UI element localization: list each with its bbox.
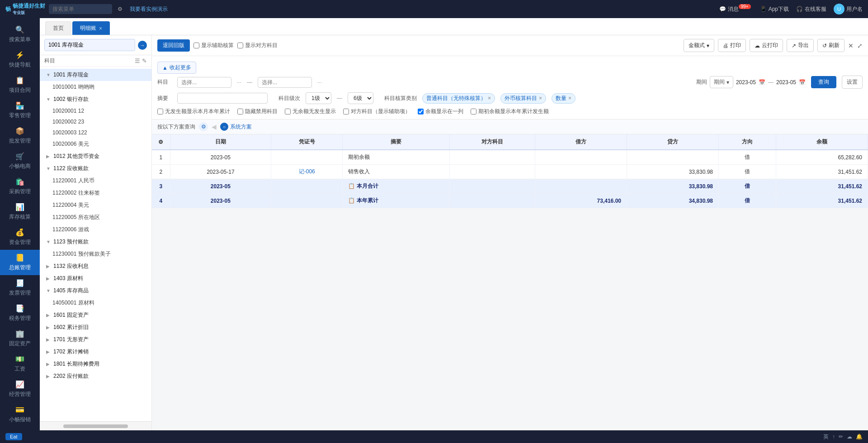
sidebar-item-funds[interactable]: 💰 资金管理 [0, 224, 40, 250]
calendar-from-icon[interactable]: 📅 [759, 79, 765, 86]
account-selector[interactable]: 1001 库存现金 [44, 39, 135, 51]
nav-circle-icon[interactable]: → [138, 41, 147, 50]
tree-item-1405[interactable]: ▼ 1405 库存商品 [40, 285, 151, 297]
sidebar-item-ecommerce[interactable]: 🛒 小畅电商 [0, 148, 40, 174]
tree-item-11220002[interactable]: 11220002 往来标签 [40, 187, 151, 199]
tree-item-10020003[interactable]: 10020003 122 [40, 127, 151, 138]
status-lang-item[interactable]: 英 [823, 433, 829, 441]
sidebar-item-tax[interactable]: 📑 税务管理 [0, 300, 40, 326]
tab-close-icon[interactable]: × [99, 25, 102, 32]
tag-foreign-close-icon[interactable]: × [539, 95, 542, 101]
tree-item-1601[interactable]: ▶ 1601 固定资产 [40, 309, 151, 321]
calendar-to-icon[interactable]: 📅 [799, 79, 806, 86]
tree-item-2202[interactable]: ▶ 2202 应付账款 [40, 370, 151, 382]
status-bell-item[interactable]: 🔔 [856, 433, 863, 440]
sidebar-item-project[interactable]: 📋 项目合同 [0, 72, 40, 98]
tree-item-1123[interactable]: ▼ 1123 预付账款 [40, 236, 151, 248]
panel-close-button[interactable]: ✕ [848, 42, 854, 49]
panel-expand-button[interactable]: ⤢ [857, 42, 863, 49]
user-item[interactable]: U 用户名 [834, 4, 863, 14]
checkbox-opening[interactable] [471, 109, 476, 114]
message-item[interactable]: 💬 消息 99+ [719, 5, 753, 13]
ellipsis-icon[interactable]: ··· [237, 79, 241, 86]
system-plan[interactable]: ○ 系统方案 [220, 123, 252, 131]
checkbox-no-balance[interactable] [285, 109, 291, 114]
sidebar-item-inventory[interactable]: 📊 库存核算 [0, 199, 40, 224]
tag-general[interactable]: 普通科目（无特殊核算） × [422, 93, 495, 104]
period-type-button[interactable]: 期间 ▾ [710, 76, 733, 88]
level-from-select[interactable]: 1级 [306, 92, 331, 104]
query-collapse-icon[interactable]: ◀ [212, 123, 217, 130]
search-button[interactable]: 查询 [811, 76, 836, 88]
status-arrow-item[interactable]: ↑ [832, 433, 835, 440]
tree-item-11230001[interactable]: 11230001 预付账款美子 [40, 248, 151, 260]
currency-mode-button[interactable]: 金额式 ▾ [684, 39, 714, 52]
checkbox-opposite[interactable] [237, 43, 243, 48]
cloud-print-button[interactable]: ☁ 云打印 [750, 39, 783, 52]
edit-icon[interactable]: ✎ [142, 57, 147, 64]
subject-filter-input[interactable] [177, 77, 231, 88]
filter-settings-button[interactable]: 设置 [842, 76, 863, 89]
export-button[interactable]: ↗ 导出 [787, 39, 814, 52]
tree-item-1403[interactable]: ▶ 1403 原材料 [40, 272, 151, 285]
eat-button[interactable]: Eat [5, 433, 22, 440]
sidebar-item-assets[interactable]: 🏢 固定资产 [0, 326, 40, 351]
list-icon[interactable]: ☰ [135, 57, 140, 64]
tree-item-10020006[interactable]: 10020006 美元 [40, 138, 151, 150]
tree-item-1801[interactable]: ▶ 1801 长期待摊费用 [40, 358, 151, 370]
tree-item-1701[interactable]: ▶ 1701 无形资产 [40, 333, 151, 346]
tag-quantity[interactable]: 数量 × [552, 93, 576, 104]
query-settings-icon[interactable]: ⚙ [199, 122, 208, 131]
voucher-link-2[interactable]: 记-006 [299, 168, 315, 175]
tab-ledger-detail[interactable]: 明细账 × [72, 21, 110, 35]
tree-item-1002[interactable]: ▼ 1002 银行存款 [40, 93, 151, 105]
return-old-version-button[interactable]: 退回旧版 [157, 39, 190, 52]
app-download-item[interactable]: 📱 App下载 [760, 5, 789, 13]
sidebar-item-purchase[interactable]: 🛍️ 采购管理 [0, 174, 40, 199]
tree-item-1122[interactable]: ▼ 1122 应收账款 [40, 162, 151, 175]
checkbox-balance-one-col[interactable] [418, 109, 424, 114]
tree-item-1132[interactable]: ▶ 1132 应收利息 [40, 260, 151, 272]
tree-item-11220005[interactable]: 11220005 所在地区 [40, 211, 151, 224]
topbar-search-input[interactable] [49, 4, 112, 14]
subject-to-input[interactable] [258, 77, 312, 88]
checkbox-no-occur[interactable] [157, 109, 163, 114]
sidebar-item-nav[interactable]: ⚡ 快捷导航 [0, 47, 40, 72]
summary-filter-input[interactable] [177, 93, 268, 104]
tab-home[interactable]: 首页 [45, 21, 71, 35]
sidebar-item-retail[interactable]: 🏪 零售管理 [0, 98, 40, 123]
left-panel-scrollbar[interactable] [40, 421, 151, 430]
filter-more-button[interactable]: ▲ 收起更多 [157, 62, 196, 74]
checkbox-hide-banned[interactable] [237, 109, 243, 114]
tag-quantity-close-icon[interactable]: × [568, 95, 571, 101]
checkbox-opposite-show[interactable] [343, 109, 349, 114]
print-button[interactable]: 🖨 打印 [718, 39, 746, 52]
tag-foreign[interactable]: 外币核算科目 × [500, 93, 546, 104]
refresh-button[interactable]: ↺ 刷新 [817, 39, 844, 52]
tree-item-11220006[interactable]: 11220006 游戏 [40, 224, 151, 236]
tree-item-1001[interactable]: ▼ 1001 库存现金 [40, 69, 151, 81]
tree-item-14050001[interactable]: 14050001 原材料 [40, 297, 151, 309]
sidebar-item-basic[interactable]: ℹ️ 基础信息 [0, 427, 40, 430]
sidebar-item-invoice[interactable]: 🧾 发票管理 [0, 275, 40, 300]
sidebar-item-expense[interactable]: 💳 小畅报销 [0, 402, 40, 427]
tree-item-1012[interactable]: ▶ 1012 其他货币资金 [40, 150, 151, 162]
topbar-settings-icon[interactable]: ⚙ [118, 6, 123, 12]
status-edit-item[interactable]: ✏ [839, 433, 843, 440]
th-settings[interactable]: ⚙ [152, 134, 170, 150]
sidebar-item-salary[interactable]: 💵 工资 [0, 351, 40, 376]
online-service-item[interactable]: 🎧 在线客服 [796, 5, 826, 13]
ellipsis-icon2[interactable]: ··· [317, 79, 322, 86]
tree-item-11220001[interactable]: 11220001 人民币 [40, 175, 151, 187]
tree-item-1602[interactable]: ▶ 1602 累计折旧 [40, 321, 151, 333]
sidebar-item-ledger[interactable]: 📒 总账管理 [0, 250, 40, 275]
tree-item-1702[interactable]: ▶ 1702 累计摊销 [40, 346, 151, 358]
tree-item-10020001[interactable]: 10020001 12 [40, 105, 151, 116]
sidebar-item-operations[interactable]: 📈 经营管理 [0, 376, 40, 402]
status-cloud-item[interactable]: ☁ [847, 433, 852, 440]
checkbox-auxiliary[interactable] [193, 43, 199, 48]
tag-general-close-icon[interactable]: × [488, 95, 491, 101]
demo-link[interactable]: 我要看实例演示 [130, 5, 168, 13]
sidebar-item-wholesale[interactable]: 📦 批发管理 [0, 123, 40, 148]
sidebar-item-search[interactable]: 🔍 搜索菜单 [0, 22, 40, 47]
